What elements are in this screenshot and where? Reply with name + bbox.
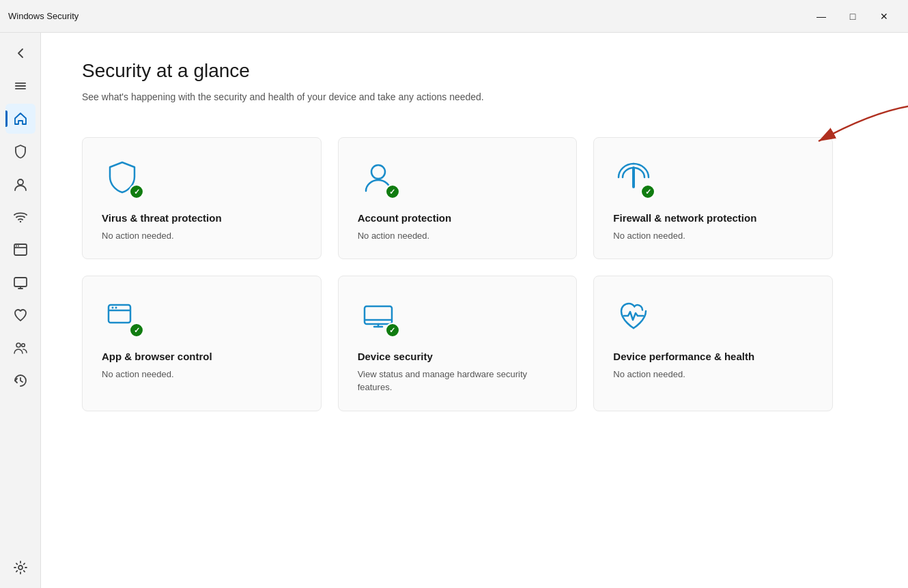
svg-rect-0 <box>15 83 26 84</box>
sidebar-item-back[interactable] <box>5 38 36 68</box>
maximize-button[interactable]: □ <box>837 5 868 27</box>
svg-point-12 <box>16 343 20 347</box>
arrow-annotation <box>764 97 908 165</box>
card-status-account: No action needed. <box>358 229 558 243</box>
sidebar-item-browser[interactable] <box>5 235 36 265</box>
card-title-firewall: Firewall & network protection <box>613 211 813 225</box>
card-status-browser: No action needed. <box>102 368 302 381</box>
card-title-browser: App & browser control <box>102 350 302 364</box>
sidebar-item-settings[interactable] <box>5 553 36 583</box>
card-title-account: Account protection <box>358 211 558 225</box>
sidebar-item-account[interactable] <box>5 169 36 199</box>
check-badge-firewall <box>640 184 655 199</box>
page-title: Security at a glance <box>82 60 867 82</box>
svg-point-14 <box>18 565 23 570</box>
card-icon-wrapper-health <box>613 295 654 336</box>
sidebar <box>0 33 41 588</box>
svg-rect-22 <box>365 306 392 324</box>
sidebar-item-device[interactable] <box>5 267 36 297</box>
card-device-security[interactable]: Device security View status and manage h… <box>338 276 578 411</box>
check-badge-device <box>385 323 400 338</box>
svg-point-4 <box>19 221 20 222</box>
card-status-device: View status and manage hardware security… <box>358 368 558 394</box>
sidebar-item-network[interactable] <box>5 202 36 232</box>
sidebar-item-family[interactable] <box>5 333 36 363</box>
card-icon-wrapper-device <box>358 295 399 336</box>
card-title-device: Device security <box>358 350 558 364</box>
sidebar-item-history[interactable] <box>5 366 36 396</box>
window-controls: — □ ✕ <box>806 5 900 27</box>
card-title-virus: Virus & threat protection <box>102 211 302 225</box>
app-body: Security at a glance See what's happenin… <box>0 33 908 588</box>
card-account-protection[interactable]: Account protection No action needed. <box>338 137 578 259</box>
card-icon-wrapper-account <box>358 157 399 198</box>
check-badge-virus <box>129 184 144 199</box>
card-icon-wrapper-virus <box>102 157 143 198</box>
svg-point-3 <box>18 179 23 185</box>
card-status-health: No action needed. <box>613 368 813 381</box>
main-content: Security at a glance See what's happenin… <box>41 33 908 588</box>
card-title-health: Device performance & health <box>613 350 813 364</box>
card-icon-wrapper-firewall <box>613 157 654 198</box>
svg-point-13 <box>21 344 25 347</box>
check-badge-account <box>385 184 400 199</box>
card-firewall-protection[interactable]: Firewall & network protection No action … <box>593 137 833 259</box>
svg-rect-9 <box>14 278 27 286</box>
minimize-button[interactable]: — <box>806 5 837 27</box>
close-button[interactable]: ✕ <box>868 5 900 27</box>
card-device-health[interactable]: Device performance & health No action ne… <box>593 276 833 411</box>
card-icon-wrapper-browser <box>102 295 143 336</box>
sidebar-item-shield[interactable] <box>5 136 36 166</box>
sidebar-item-menu[interactable] <box>5 71 36 101</box>
svg-rect-1 <box>15 85 26 87</box>
card-virus-protection[interactable]: Virus & threat protection No action need… <box>82 137 322 259</box>
svg-rect-17 <box>632 166 635 188</box>
cards-grid: Virus & threat protection No action need… <box>82 137 833 411</box>
title-bar: Windows Security — □ ✕ <box>0 0 908 33</box>
app-title: Windows Security <box>8 11 806 21</box>
sidebar-item-home[interactable] <box>5 104 36 134</box>
card-status-virus: No action needed. <box>102 229 302 243</box>
card-browser-control[interactable]: App & browser control No action needed. <box>82 276 322 411</box>
check-badge-browser <box>129 323 144 338</box>
sidebar-item-health[interactable] <box>5 300 36 330</box>
svg-rect-2 <box>15 88 26 89</box>
svg-point-15 <box>371 165 385 179</box>
page-subtitle: See what's happening with the security a… <box>82 90 492 104</box>
card-status-firewall: No action needed. <box>613 229 813 243</box>
